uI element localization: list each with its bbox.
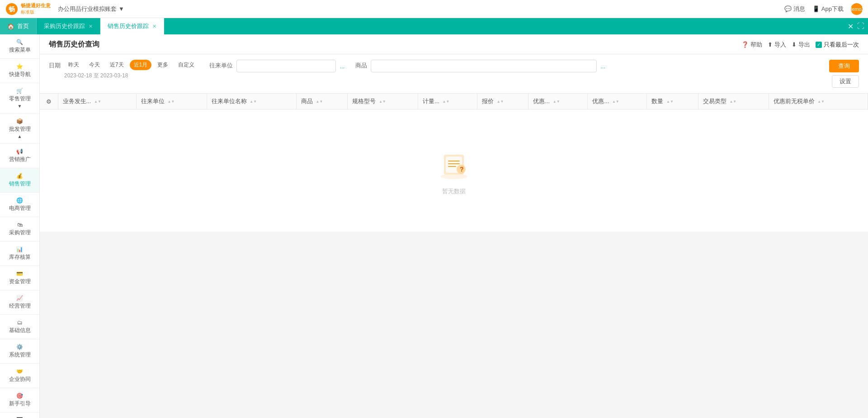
sort-spec-icon: ▲▼ — [379, 100, 386, 104]
sidebar-item-new-guide[interactable]: 🎯 新手引导 — [0, 388, 39, 413]
sidebar-item-wholesale-mgmt[interactable]: 📦 批发管理 ▲ — [0, 114, 39, 144]
col-spec[interactable]: 规格型号 ▲▼ — [348, 94, 418, 109]
col-partner-code[interactable]: 往来单位 ▲▼ — [136, 94, 207, 109]
guide-icon: 🎯 — [16, 393, 23, 399]
tab-home[interactable]: 🏠 首页 — [0, 18, 37, 34]
org-name: 办公用品行业模拟账套 — [58, 5, 117, 13]
sort-quantity-icon: ▲▼ — [666, 100, 674, 104]
date-filter-group: 日期 昨天 今天 近7天 近1月 更多 自定义 2023-02-18 至 202… — [49, 60, 198, 80]
maximize-icon[interactable]: ⛶ — [857, 22, 864, 30]
content-area: 销售历史价查询 ❓ 帮助 ⬆ 导入 ⬇ 导出 ✓ — [40, 34, 868, 418]
col-trade-type[interactable]: 交易类型 ▲▼ — [698, 94, 769, 109]
filter-area: 日期 昨天 今天 近7天 近1月 更多 自定义 2023-02-18 至 202… — [40, 54, 868, 94]
col-biz-date[interactable]: 业务发生... ▲▼ — [58, 94, 136, 109]
col-discount1[interactable]: 优惠... ▲▼ — [528, 94, 588, 109]
col-product[interactable]: 商品 ▲▼ — [296, 94, 347, 109]
product-ellipsis-button[interactable]: ... — [600, 63, 605, 70]
sidebar-item-enterprise-collab[interactable]: 🤝 企业协同 — [0, 364, 39, 388]
col-discount2[interactable]: 优惠... ▲▼ — [588, 94, 647, 109]
user-profile[interactable]: demo2 — [851, 3, 863, 15]
collab-icon: 🤝 — [16, 368, 23, 375]
sidebar-item-business-mgmt[interactable]: 📈 经营管理 — [0, 290, 39, 315]
empty-state: ? 暂无数据 — [40, 109, 868, 232]
sidebar-item-ecommerce-mgmt[interactable]: 🌐 电商管理 — [0, 193, 39, 217]
export-label: 导出 — [798, 41, 810, 49]
main-layout: 🔍 搜索菜单 ⭐ 快捷导航 🛒 零售管理 ▼ 📦 批发管理 ▲ 📢 营销推广 💰… — [0, 34, 868, 418]
col-quantity[interactable]: 数量 ▲▼ — [647, 94, 698, 109]
sidebar-item-inventory[interactable]: 📊 库存核算 — [0, 242, 39, 266]
sidebar-item-sales-mgmt[interactable]: 💰 销售管理 — [0, 168, 39, 193]
import-icon: ⬆ — [768, 41, 773, 48]
close-purchase-tab-icon[interactable]: ✕ — [89, 24, 93, 29]
sort-biz-date-icon: ▲▼ — [94, 100, 101, 104]
inventory-icon: 📊 — [16, 246, 23, 252]
gear-icon[interactable]: ⚙ — [46, 98, 52, 105]
logo-area: 畅 畅捷通好生意 标准版 — [5, 2, 51, 15]
basic-icon: 🗂 — [17, 319, 23, 326]
date-btn-1month[interactable]: 近1月 — [130, 60, 152, 70]
product-filter-group: 商品 ... — [355, 60, 605, 72]
partner-input[interactable] — [236, 60, 336, 72]
sidebar-item-system-mgmt[interactable]: ⚙️ 系统管理 — [0, 339, 39, 364]
tab-sales-history[interactable]: 销售历史价跟踪 ✕ — [100, 18, 164, 34]
sidebar-item-marketing[interactable]: 📢 营销推广 — [0, 144, 39, 168]
product-filter-label: 商品 — [355, 60, 367, 70]
sidebar-item-finance-mgmt[interactable]: 💳 资金管理 — [0, 266, 39, 290]
tab-purchase-history[interactable]: 采购历史价跟踪 ✕ — [37, 18, 100, 34]
settings-button[interactable]: 设置 — [832, 75, 859, 88]
page-title-row: 销售历史价查询 ❓ 帮助 ⬆ 导入 ⬇ 导出 ✓ — [49, 40, 859, 49]
export-icon: ⬇ — [792, 41, 797, 48]
col-pre-tax-price[interactable]: 优惠前无税单价 ▲▼ — [769, 94, 868, 109]
sort-partner-code-icon: ▲▼ — [168, 100, 175, 104]
system-icon: ⚙️ — [16, 344, 23, 350]
page-actions: ❓ 帮助 ⬆ 导入 ⬇ 导出 ✓ 只看最后一次 — [741, 41, 859, 49]
logo-icon: 畅 — [5, 3, 18, 15]
import-button[interactable]: ⬆ 导入 — [768, 41, 786, 49]
col-unit[interactable]: 计量... ▲▼ — [418, 94, 477, 109]
filter-actions: 查询 设置 — [829, 60, 859, 88]
org-selector[interactable]: 办公用品行业模拟账套 ▼ — [54, 4, 128, 14]
only-last-checkbox[interactable]: ✓ 只看最后一次 — [816, 41, 859, 49]
avatar: demo2 — [851, 3, 863, 15]
messages-button[interactable]: 💬 消息 — [784, 5, 805, 13]
date-btn-custom[interactable]: 自定义 — [174, 60, 198, 70]
close-all-tabs-icon[interactable]: ✕ — [848, 22, 854, 31]
sidebar-item-retail-mgmt[interactable]: 🛒 零售管理 ▼ — [0, 83, 39, 114]
query-button[interactable]: 查询 — [829, 60, 859, 72]
date-options: 昨天 今天 近7天 近1月 更多 自定义 2023-02-18 至 2023-0… — [64, 60, 198, 80]
help-button[interactable]: ❓ 帮助 — [741, 41, 762, 49]
wholesale-icon: 📦 — [16, 118, 23, 124]
help-label: 帮助 — [750, 41, 762, 49]
help-icon: ❓ — [741, 41, 749, 48]
sort-trade-type-icon: ▲▼ — [729, 100, 736, 104]
app-download-button[interactable]: 📱 App下载 — [812, 5, 844, 13]
sidebar-item-basic-info[interactable]: 🗂 基础信息 — [0, 315, 39, 339]
sidebar-item-search-menu[interactable]: 🔍 搜索菜单 — [0, 34, 39, 59]
product-input[interactable] — [371, 60, 597, 72]
close-sales-tab-icon[interactable]: ✕ — [152, 24, 156, 29]
top-bar-right: 💬 消息 📱 App下载 demo2 — [784, 3, 863, 15]
sidebar-item-purchase-mgmt[interactable]: 🛍 采购管理 — [0, 217, 39, 242]
col-partner-name[interactable]: 往来单位名称 ▲▼ — [207, 94, 296, 109]
tab-home-label: 首页 — [17, 22, 29, 30]
sidebar-item-app-center[interactable]: 🔲 应用中心 — [0, 413, 39, 418]
date-btn-today[interactable]: 今天 — [85, 60, 104, 70]
col-quote-price[interactable]: 报价 ▲▼ — [477, 94, 528, 109]
partner-filter-label: 往来单位 — [209, 60, 233, 70]
col-gear[interactable]: ⚙ — [40, 94, 58, 109]
sidebar-item-quick-nav[interactable]: ⭐ 快捷导航 — [0, 59, 39, 83]
page-header: 销售历史价查询 ❓ 帮助 ⬆ 导入 ⬇ 导出 ✓ — [40, 34, 868, 54]
date-btn-more[interactable]: 更多 — [153, 60, 172, 70]
message-icon: 💬 — [784, 5, 792, 12]
app-download-label: App下载 — [821, 5, 844, 13]
empty-illustration: ? — [436, 146, 472, 182]
finance-icon: 💳 — [16, 271, 23, 277]
date-btn-7days[interactable]: 近7天 — [106, 60, 128, 70]
export-button[interactable]: ⬇ 导出 — [792, 41, 810, 49]
svg-text:畅: 畅 — [9, 5, 15, 13]
sort-discount1-icon: ▲▼ — [553, 100, 560, 104]
sort-pre-tax-price-icon: ▲▼ — [817, 100, 825, 104]
date-btn-yesterday[interactable]: 昨天 — [64, 60, 83, 70]
retail-icon: 🛒 — [16, 88, 23, 94]
partner-ellipsis-button[interactable]: ... — [340, 63, 344, 70]
